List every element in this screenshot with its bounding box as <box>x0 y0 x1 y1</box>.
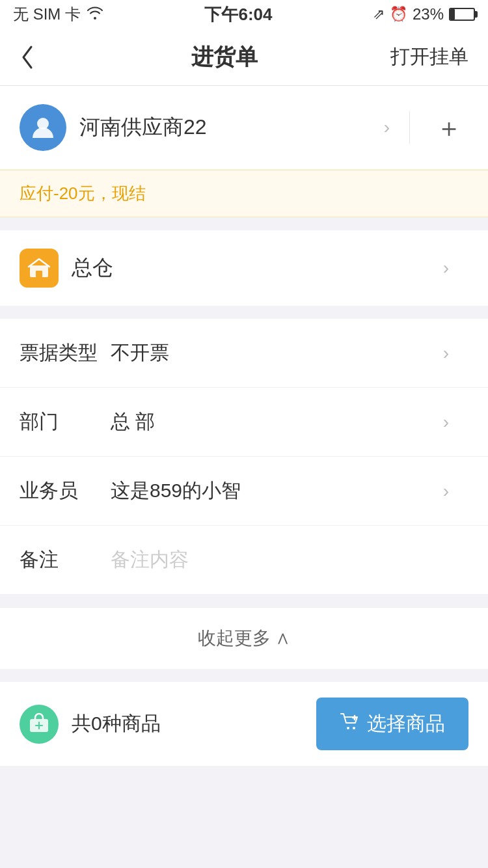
warehouse-section: 总仓 › <box>0 230 488 306</box>
invoice-type-value: 不开票 <box>111 340 443 366</box>
product-count: 共0种商品 <box>72 711 316 737</box>
remark-label: 备注 <box>20 547 111 573</box>
product-icon <box>20 705 59 744</box>
svg-point-7 <box>353 727 355 729</box>
supplier-row[interactable]: 河南供应商22 › ＋ <box>0 86 488 170</box>
svg-point-6 <box>347 727 349 729</box>
status-right: ⇗ ⏰ 23% <box>373 5 475 23</box>
status-time: 下午6:04 <box>204 3 272 26</box>
open-pending-button[interactable]: 打开挂单 <box>390 44 468 70</box>
department-value: 总 部 <box>111 409 443 435</box>
warehouse-row[interactable]: 总仓 › <box>0 230 488 306</box>
wifi-icon <box>86 5 104 23</box>
invoice-type-label: 票据类型 <box>20 340 111 366</box>
supplier-name: 河南供应商22 <box>79 113 384 142</box>
status-left: 无 SIM 卡 <box>13 4 104 25</box>
supplier-chevron-icon: › <box>384 117 390 138</box>
form-section: 票据类型 不开票 › 部门 总 部 › 业务员 这是859的小智 › 备注 备注… <box>0 319 488 594</box>
salesperson-chevron: › <box>443 481 449 502</box>
warehouse-icon <box>20 249 59 288</box>
department-label: 部门 <box>20 409 111 435</box>
battery-icon <box>449 8 475 21</box>
back-button[interactable] <box>20 44 59 70</box>
supplier-avatar <box>20 104 66 151</box>
salesperson-value: 这是859的小智 <box>111 478 443 504</box>
salesperson-label: 业务员 <box>20 478 111 504</box>
nav-bar: 进货单 打开挂单 <box>0 29 488 86</box>
status-bar: 无 SIM 卡 下午6:04 ⇗ ⏰ 23% <box>0 0 488 29</box>
warehouse-chevron-icon: › <box>443 258 449 278</box>
battery-label: 23% <box>413 5 444 23</box>
select-product-label: 选择商品 <box>367 711 445 737</box>
remark-placeholder: 备注内容 <box>111 547 468 573</box>
alarm-icon: ⏰ <box>390 6 407 23</box>
select-product-button[interactable]: 选择商品 <box>316 698 468 750</box>
add-supplier-button[interactable]: ＋ <box>429 110 468 146</box>
invoice-type-chevron: › <box>443 343 449 364</box>
warehouse-name: 总仓 <box>72 254 443 282</box>
collapse-label: 收起更多 ∧ <box>198 628 291 648</box>
invoice-type-row[interactable]: 票据类型 不开票 › <box>0 319 488 388</box>
page-title: 进货单 <box>191 42 258 72</box>
supplier-section: 河南供应商22 › ＋ 应付-20元，现结 <box>0 86 488 217</box>
location-icon: ⇗ <box>373 6 385 23</box>
sim-label: 无 SIM 卡 <box>13 4 81 25</box>
notice-bar: 应付-20元，现结 <box>0 170 488 217</box>
collapse-bar[interactable]: 收起更多 ∧ <box>0 607 488 669</box>
product-bar: 共0种商品 选择商品 <box>0 682 488 766</box>
department-row[interactable]: 部门 总 部 › <box>0 388 488 457</box>
spacer <box>0 669 488 682</box>
divider <box>409 111 410 144</box>
remark-row[interactable]: 备注 备注内容 <box>0 526 488 594</box>
salesperson-row[interactable]: 业务员 这是859的小智 › <box>0 457 488 526</box>
svg-rect-2 <box>36 271 42 277</box>
cart-icon <box>340 712 360 735</box>
department-chevron: › <box>443 412 449 433</box>
